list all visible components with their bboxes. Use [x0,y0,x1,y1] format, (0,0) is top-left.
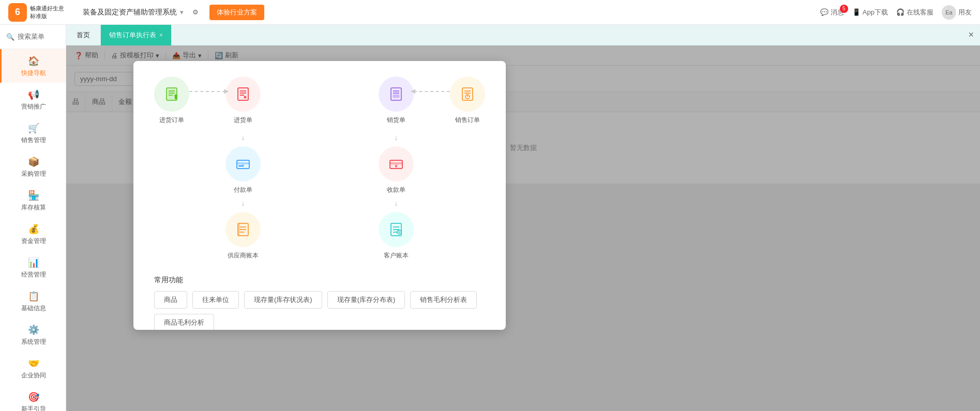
message-item[interactable]: 💬 消息 5 [820,8,844,17]
func-btn-3[interactable]: 现存量(库存分布表) [327,291,405,309]
func-grid: 商品 往来单位 现存量(库存状况表) 现存量(库存分布表) 销售毛利分析表 商品… [154,291,485,330]
flow-payment[interactable]: ¥ 付款单 [225,146,261,194]
user-item[interactable]: Ea 用友 [942,5,972,20]
top-right-area: 💬 消息 5 📱 App下载 🎧 在线客服 Ea 用友 [820,5,972,20]
func-btn-0[interactable]: 商品 [154,291,187,309]
flow-sales-order[interactable]: 销售订单 [450,77,485,125]
arrow-down-purchase: ↓ [242,134,245,141]
sidebar-item-guide[interactable]: 🎯 新手引导 [0,385,66,411]
search-menu-btn[interactable]: 🔍 搜索菜单 [4,30,62,43]
main-area: 🔍 搜索菜单 🏠 快捷导航 📢 营销推广 🛒 销售管理 📦 采购管理 [0,25,980,411]
logo-icon: 6 [8,3,27,22]
purchase-icon: 📦 [28,156,39,168]
purchase-bill-circle [225,77,261,112]
flow-customer-book[interactable]: 客户账本 [379,212,414,260]
content-body: ❓ 帮助 🖨 按模板打印 ▾ 📤 导出 ▾ [66,45,980,411]
supplier-book-circle [225,212,261,247]
arrow-down-sales: ↓ [395,134,398,141]
gear-icon[interactable]: ⚙ [188,5,203,20]
sales-order-circle [450,77,485,112]
tab-home[interactable]: 首页 [66,25,101,45]
enterprise-icon: 🤝 [28,358,39,369]
flow-receipt[interactable]: ¥ 收款单 [379,146,414,194]
tab-right: × [968,29,980,40]
sales-icon: 🛒 [28,123,39,134]
svg-rect-8 [391,88,401,100]
close-all-icon[interactable]: × [968,29,974,40]
online-service-item[interactable]: 🎧 在线客服 [896,8,933,17]
sidebar-item-system[interactable]: ⚙️ 系统管理 [0,318,66,352]
tab-bar: 首页 销售订单执行表 × × [66,25,980,45]
marketing-icon: 📢 [28,89,39,100]
user-avatar: Ea [942,5,956,20]
supplier-book-label: 供应商账本 [228,251,259,260]
func-btn-1[interactable]: 往来单位 [192,291,239,309]
sidebar-item-operation[interactable]: 📊 经营管理 [0,251,66,284]
svg-rect-28 [238,223,240,236]
func-btn-4[interactable]: 销售毛利分析表 [410,291,477,309]
sales-bill-circle [379,77,414,112]
sidebar-item-inventory[interactable]: 🏪 库存核算 [0,184,66,217]
sidebar-item-enterprise[interactable]: 🤝 企业协同 [0,352,66,385]
svg-rect-4 [238,88,248,100]
sidebar-search[interactable]: 🔍 搜索菜单 [0,25,66,49]
arrow-down-payment: ↓ [242,200,245,207]
message-icon: 💬 [820,8,828,16]
customer-book-label: 客户账本 [384,251,409,260]
flow-purchase-order[interactable]: 进货订单 [154,77,189,125]
sidebar-item-quick-nav[interactable]: 🏠 快捷导航 [0,49,66,83]
func-btn-2[interactable]: 现存量(库存状况表) [244,291,322,309]
content-area: 首页 销售订单执行表 × × ❓ 帮助 [66,25,980,411]
common-functions-title: 常用功能 [154,276,485,285]
sidebar-item-marketing[interactable]: 📢 营销推广 [0,83,66,116]
sidebar-item-basic[interactable]: 📋 基础信息 [0,284,66,318]
sidebar-item-finance[interactable]: 💰 资金管理 [0,217,66,251]
home-icon: 🏠 [28,55,39,67]
app-download-item[interactable]: 📱 App下载 [852,8,888,17]
tab-active[interactable]: 销售订单执行表 × [101,25,171,45]
app-wrapper: 6 畅康通好生意 标准版 装备及固定资产辅助管理系统 ▾ ⚙ 体验行业方案 💬 … [0,0,980,411]
common-functions-section: 常用功能 商品 往来单位 现存量(库存状况表) 现存量(库存分布表) 销售毛利分… [154,276,485,330]
system-icon: ⚙️ [28,324,39,336]
svg-text:¥: ¥ [242,163,245,168]
dropdown-icon[interactable]: ▾ [180,8,184,16]
payment-label: 付款单 [234,186,252,194]
phone-icon: 📱 [852,8,861,16]
purchase-bill-label: 进货单 [234,116,252,125]
svg-rect-11 [393,95,399,98]
tab-close-icon[interactable]: × [159,32,163,39]
flow-purchase-bill[interactable]: 进货单 [225,77,261,125]
message-badge: 5 [840,5,848,13]
modal: 进货订单 ▶ [133,61,506,330]
sales-order-label: 销售订单 [455,116,480,125]
flow-sales-bill[interactable]: 销货单 [379,77,414,125]
flow-diagram: 进货订单 ▶ [154,77,485,260]
finance-icon: 💰 [28,223,39,235]
modal-body: 进货订单 ▶ [133,61,506,330]
system-title-area: 装备及固定资产辅助管理系统 ▾ ⚙ 体验行业方案 [83,5,820,20]
guide-icon: 🎯 [28,391,39,403]
purchase-order-label: 进货订单 [159,116,184,125]
search-icon: 🔍 [6,33,14,41]
basic-icon: 📋 [28,291,39,302]
flow-supplier-book[interactable]: 供应商账本 [225,212,261,260]
sidebar-item-sales[interactable]: 🛒 销售管理 [0,116,66,150]
operation-icon: 📊 [28,257,39,268]
customer-book-circle [379,212,414,247]
modal-overlay[interactable]: 进货订单 ▶ [66,45,980,411]
purchase-order-circle [154,77,189,112]
logo-area: 6 畅康通好生意 标准版 [8,3,74,22]
svg-text:¥: ¥ [394,163,398,169]
func-btn-5[interactable]: 商品毛利分析 [154,314,214,330]
inventory-icon: 🏪 [28,190,39,201]
sidebar: 🔍 搜索菜单 🏠 快捷导航 📢 营销推广 🛒 销售管理 📦 采购管理 [0,25,66,411]
receipt-label: 收款单 [387,186,405,194]
logo-text: 畅康通好生意 标准版 [30,5,64,20]
sidebar-item-purchase[interactable]: 📦 采购管理 [0,150,66,184]
payment-circle: ¥ [225,146,261,181]
headset-icon: 🎧 [896,8,904,16]
receipt-circle: ¥ [379,146,414,181]
sales-bill-label: 销货单 [387,116,405,125]
experience-button[interactable]: 体验行业方案 [209,5,264,20]
arrow-down-receipt: ↓ [395,200,398,207]
